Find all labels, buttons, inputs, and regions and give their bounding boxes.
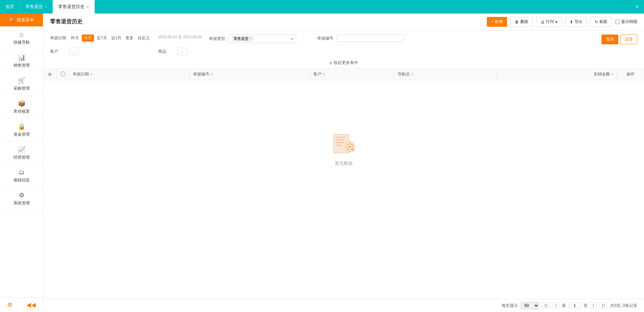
sidebar-item-purchase[interactable]: 🛒采购管理: [0, 72, 43, 95]
finance-icon: 🔒: [18, 123, 25, 130]
customer-filter: 客户 ...: [50, 48, 151, 55]
select-all-checkbox[interactable]: [61, 72, 65, 76]
add-button[interactable]: + 新增: [487, 17, 507, 27]
delete-button[interactable]: 🗑 删除: [510, 17, 533, 27]
sidebar-item-system[interactable]: ⚙系统管理: [0, 187, 43, 210]
collapse-btn[interactable]: ∧ 收起更多条件: [329, 60, 358, 66]
settings-bottom-icon[interactable]: ⚙: [7, 301, 13, 309]
date-yesterday[interactable]: 昨天: [70, 35, 80, 42]
page-number-input[interactable]: 1: [569, 302, 581, 309]
total-info: 共0页, 0条记录: [610, 303, 637, 309]
basic-info-icon: 🗂: [19, 169, 25, 176]
window-close-btn[interactable]: ×: [630, 0, 644, 14]
header-actions: + 新增 🗑 删除 🖨 打印 ▾ ⬆ 导出 ↻ 刷新: [487, 17, 637, 27]
date-label: 单据日期: [50, 35, 67, 41]
goods-select-btn[interactable]: ...: [178, 48, 187, 55]
page-title: 零售退货历史: [50, 18, 82, 25]
table-body: 暂无数据: [43, 80, 644, 216]
goods-filter: 商品 ...: [158, 48, 260, 55]
last-page-btn[interactable]: ⟩⟩: [599, 302, 607, 309]
sidebar-item-operations[interactable]: 📈经营管理: [0, 141, 43, 164]
quick-nav-icon: ⌂: [20, 31, 23, 38]
tab-retail-return-history[interactable]: 零售退货历史 ×: [53, 0, 94, 14]
doc-type-label: 单据类型: [209, 36, 226, 42]
first-page-btn[interactable]: ⟨⟨: [542, 302, 550, 309]
svg-rect-2: [335, 139, 344, 140]
sidebar-label-finance: 资金管理: [14, 132, 30, 137]
doc-type-tag: 零售退货 ×: [232, 36, 254, 42]
date-more[interactable]: 更多: [124, 35, 135, 42]
print-arrow: ▾: [555, 20, 557, 24]
doc-type-filter: 单据类型 零售退货 × ▾: [209, 35, 310, 43]
export-button[interactable]: ⬆ 导出: [565, 17, 587, 27]
purchase-icon: 🛒: [18, 77, 25, 84]
inventory-icon: 📦: [18, 100, 25, 107]
sort-customer-icon: ⇅: [323, 72, 325, 76]
table-container: ⚙ 单据日期⇅ 单据编号⇅ 客户⇅ 导购员⇅ 实销金额⇅ 操作: [43, 69, 644, 299]
operations-icon: 📈: [18, 146, 25, 153]
settings-button[interactable]: 设置: [620, 35, 637, 44]
prev-page-btn[interactable]: ⟨: [553, 302, 559, 309]
export-icon: ⬆: [570, 20, 573, 24]
table-header-row: ⚙ 单据日期⇅ 单据编号⇅ 客户⇅ 导购员⇅ 实销金额⇅ 操作: [43, 69, 644, 80]
customer-select-btn[interactable]: ...: [70, 48, 79, 55]
next-page-btn[interactable]: ⟩: [590, 302, 597, 309]
sidebar-search-label: 搜索菜单: [17, 17, 34, 23]
content-area: 零售退货历史 + 新增 🗑 删除 🖨 打印 ▾ ⬆ 导出 ↻: [43, 14, 644, 312]
sidebar-item-basic-info[interactable]: 🗂基础信息: [0, 164, 43, 187]
show-detail-toggle[interactable]: 显示明细: [615, 19, 637, 25]
tab-close-retail-return[interactable]: ×: [45, 5, 47, 9]
main-layout: 🔍 搜索菜单 ⌂快捷导航📊销售管理🛒采购管理📦库存核算🔒资金管理📈经营管理🗂基础…: [0, 14, 644, 312]
empty-cell: 暂无数据: [43, 80, 644, 216]
th-doc-date[interactable]: 单据日期⇅: [69, 69, 189, 80]
sidebar-item-inventory[interactable]: 📦库存核算: [0, 95, 43, 118]
date-custom[interactable]: 自定义: [136, 35, 151, 42]
doc-type-arrow: ▾: [291, 37, 293, 41]
search-icon: 🔍: [9, 18, 15, 23]
th-amount: 实销金额⇅: [497, 69, 617, 80]
sidebar-item-quick-nav[interactable]: ⌂快捷导航: [0, 26, 43, 49]
filter-row-1: 单据日期 昨天 今天 近7天 近1月 更多 自定义 2023-06-02 至 2…: [50, 35, 637, 44]
doc-no-filter: 单据编号: [317, 35, 419, 42]
empty-row: 暂无数据: [43, 80, 644, 216]
th-doc-no[interactable]: 单据编号⇅: [189, 69, 310, 80]
audio-bottom-icon[interactable]: ◀◀: [26, 301, 36, 309]
sidebar-label-basic-info: 基础信息: [14, 177, 30, 183]
sidebar-label-quick-nav: 快捷导航: [14, 40, 30, 45]
collapse-icon: ∧: [329, 61, 332, 65]
query-button[interactable]: 查询: [601, 35, 618, 44]
th-checkbox[interactable]: [57, 69, 69, 80]
empty-text: 暂无数据: [335, 160, 353, 166]
empty-state: 暂无数据: [43, 80, 644, 216]
tab-retail-return[interactable]: 零售退货 ×: [20, 0, 53, 14]
tab-home[interactable]: 首页: [0, 0, 20, 14]
per-page-label: 每页显示: [502, 303, 518, 309]
date-today[interactable]: 今天: [82, 35, 94, 42]
svg-rect-1: [335, 137, 345, 138]
th-settings[interactable]: ⚙: [43, 69, 57, 80]
doc-no-input[interactable]: [337, 35, 404, 42]
doc-type-select[interactable]: 零售退货 × ▾: [229, 35, 296, 43]
show-detail-checkbox[interactable]: [615, 20, 620, 24]
sidebar-item-finance[interactable]: 🔒资金管理: [0, 118, 43, 141]
print-button[interactable]: 🖨 打印 ▾: [536, 17, 562, 27]
th-customer[interactable]: 客户⇅: [310, 69, 394, 80]
date-7days[interactable]: 近7天: [95, 35, 109, 42]
th-operation: 操作: [617, 69, 644, 80]
refresh-button[interactable]: ↻ 刷新: [590, 17, 612, 27]
sidebar-item-sales[interactable]: 📊销售管理: [0, 49, 43, 72]
delete-icon: 🗑: [515, 20, 519, 24]
th-guide[interactable]: 导购员⇅: [394, 69, 497, 80]
data-table: ⚙ 单据日期⇅ 单据编号⇅ 客户⇅ 导购员⇅ 实销金额⇅ 操作: [43, 69, 644, 216]
date-range-text: 2023-06-02 至 2023-06-02: [158, 35, 202, 40]
top-bar: 首页零售退货 ×零售退货历史 × ×: [0, 0, 644, 14]
tab-close-retail-return-history[interactable]: ×: [87, 5, 89, 9]
per-page-select[interactable]: 50 10 20 100: [521, 302, 539, 309]
filter-area: 单据日期 昨天 今天 近7天 近1月 更多 自定义 2023-06-02 至 2…: [43, 30, 644, 69]
goods-label: 商品: [158, 49, 175, 54]
refresh-icon: ↻: [595, 20, 598, 24]
svg-rect-3: [335, 142, 345, 143]
doc-type-tag-close[interactable]: ×: [249, 37, 252, 41]
sidebar-search[interactable]: 🔍 搜索菜单: [0, 14, 43, 26]
date-1month[interactable]: 近1月: [110, 35, 123, 42]
